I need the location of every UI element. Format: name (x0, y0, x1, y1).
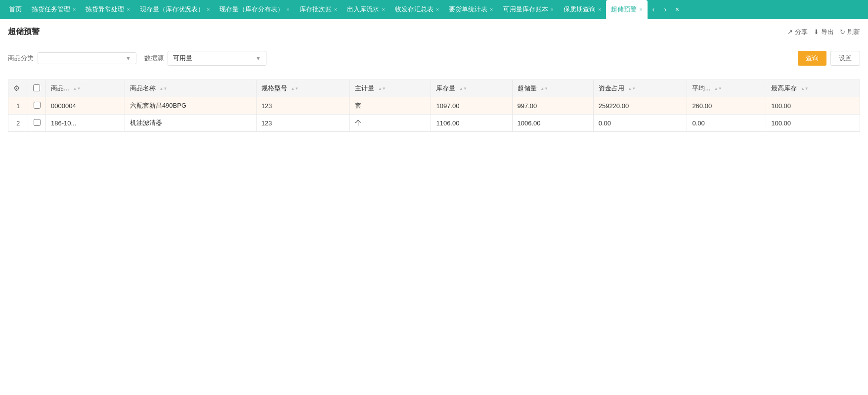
row-checkbox-0[interactable] (34, 102, 41, 109)
th-unit[interactable]: 主计量 ▲▼ (350, 80, 431, 97)
row-checkbox-cell[interactable] (28, 115, 46, 132)
th-product-code[interactable]: 商品... ▲▼ (46, 80, 125, 97)
row-capital: 259220.00 (593, 97, 687, 115)
table-row: 2 186-10... 机油滤清器 123 个 1106.00 1006.00 … (8, 115, 860, 132)
export-icon: ⬇ (814, 28, 819, 36)
data-source-value: 可用量 (173, 54, 192, 63)
share-button[interactable]: ↗ 分享 (787, 28, 808, 37)
data-source-label: 数据源 (144, 54, 164, 63)
sort-max-stock-icon: ▲▼ (801, 86, 809, 91)
table-row: 1 0000004 六配套新昌490BPG 123 套 1097.00 997.… (8, 97, 860, 115)
sort-product-code-icon: ▲▼ (73, 86, 81, 91)
page-header: 超储预警 ↗ 分享 ⬇ 导出 ↻ 刷新 (8, 27, 860, 37)
nav-close-batch-account[interactable]: × (334, 6, 337, 12)
row-product-name: 机油滤清器 (125, 115, 256, 132)
row-number: 2 (8, 115, 28, 132)
sort-stock-icon: ▲▼ (459, 86, 467, 91)
nav-close-inventory-dist[interactable]: × (286, 6, 289, 12)
nav-inventory-status[interactable]: 现存量（库存状况表） × (135, 0, 215, 19)
data-table: ⚙ 商品... ▲▼ 商品名称 ▲▼ 规格型号 ▲▼ 主计 (8, 79, 860, 132)
nav-order-stats[interactable]: 要货单统计表 × (444, 0, 498, 19)
row-overstock: 1006.00 (512, 115, 593, 132)
setting-button[interactable]: 设置 (830, 51, 860, 66)
row-spec: 123 (256, 115, 350, 132)
page-container: 超储预警 ↗ 分享 ⬇ 导出 ↻ 刷新 商品分类 ▼ 数据源 (0, 19, 868, 395)
nav-close-order-stats[interactable]: × (490, 6, 493, 12)
nav-close-expiry[interactable]: × (598, 6, 601, 12)
nav-close-inout-flow[interactable]: × (382, 6, 385, 12)
filter-actions: 查询 设置 (798, 51, 860, 66)
filter-area: 商品分类 ▼ 数据源 可用量 ▼ 查询 设置 (8, 45, 860, 72)
sort-product-name-icon: ▲▼ (160, 86, 168, 91)
data-source-select[interactable]: 可用量 ▼ (168, 51, 266, 66)
product-category-filter: 商品分类 ▼ (8, 52, 136, 64)
th-capital[interactable]: 资金占用 ▲▼ (593, 80, 687, 97)
nav-close-overstock[interactable]: × (639, 6, 642, 12)
row-stock: 1106.00 (431, 115, 512, 132)
nav-summary[interactable]: 收发存汇总表 × (390, 0, 444, 19)
select-all-checkbox[interactable] (33, 84, 40, 91)
row-spec: 123 (256, 97, 350, 115)
product-category-arrow: ▼ (126, 55, 131, 61)
sort-capital-icon: ▲▼ (628, 86, 636, 91)
row-avg: 0.00 (687, 115, 766, 132)
product-category-label: 商品分类 (8, 54, 34, 63)
row-unit: 个 (350, 115, 431, 132)
nav-close-task-mgmt[interactable]: × (73, 6, 76, 12)
nav-inout-flow[interactable]: 出入库流水 × (342, 0, 390, 19)
row-product-name: 六配套新昌490BPG (125, 97, 256, 115)
product-category-select[interactable]: ▼ (38, 52, 136, 64)
th-stock[interactable]: 库存量 ▲▼ (431, 80, 512, 97)
row-unit: 套 (350, 97, 431, 115)
th-max-stock[interactable]: 最高库存 ▲▼ (766, 80, 860, 97)
header-actions: ↗ 分享 ⬇ 导出 ↻ 刷新 (787, 28, 860, 37)
row-overstock: 997.00 (512, 97, 593, 115)
nav-close-summary[interactable]: × (436, 6, 439, 12)
row-checkbox-1[interactable] (34, 119, 41, 126)
th-gear: ⚙ (8, 80, 28, 97)
nav-home[interactable]: 首页 (4, 0, 27, 19)
row-max-stock: 100.00 (766, 115, 860, 132)
th-overstock[interactable]: 超储量 ▲▼ (512, 80, 593, 97)
nav-overstock[interactable]: 超储预警 × (606, 0, 647, 19)
nav-exception[interactable]: 拣货异常处理 × (81, 0, 134, 19)
row-number: 1 (8, 97, 28, 115)
page-title: 超储预警 (8, 27, 40, 37)
share-icon: ↗ (787, 28, 793, 36)
refresh-icon: ↻ (840, 28, 845, 36)
row-checkbox-cell[interactable] (28, 97, 46, 115)
row-stock: 1097.00 (431, 97, 512, 115)
gear-icon[interactable]: ⚙ (13, 84, 20, 92)
sort-spec-icon: ▲▼ (291, 86, 299, 91)
nav-next-arrow[interactable]: › (659, 0, 671, 19)
row-product-code: 186-10... (46, 115, 125, 132)
sort-unit-icon: ▲▼ (378, 86, 386, 91)
nav-inventory-dist[interactable]: 现存量（库存分布表） × (215, 0, 294, 19)
data-source-filter: 数据源 可用量 ▼ (144, 51, 266, 66)
top-navigation: 首页 拣货任务管理 × 拣货异常处理 × 现存量（库存状况表） × 现存量（库存… (0, 0, 868, 19)
nav-close-available-account[interactable]: × (551, 6, 554, 12)
nav-more-arrow[interactable]: × (671, 0, 683, 19)
nav-available-account[interactable]: 可用量库存账本 × (498, 0, 559, 19)
data-source-arrow: ▼ (256, 55, 261, 61)
nav-prev-arrow[interactable]: ‹ (648, 0, 659, 19)
row-product-code: 0000004 (46, 97, 125, 115)
refresh-button[interactable]: ↻ 刷新 (840, 28, 860, 37)
table-header-row: ⚙ 商品... ▲▼ 商品名称 ▲▼ 规格型号 ▲▼ 主计 (8, 80, 860, 97)
row-capital: 0.00 (593, 115, 687, 132)
nav-close-exception[interactable]: × (127, 6, 130, 12)
row-avg: 260.00 (687, 97, 766, 115)
row-max-stock: 100.00 (766, 97, 860, 115)
export-button[interactable]: ⬇ 导出 (814, 28, 834, 37)
th-spec[interactable]: 规格型号 ▲▼ (256, 80, 350, 97)
th-product-name[interactable]: 商品名称 ▲▼ (125, 80, 256, 97)
sort-avg-icon: ▲▼ (714, 86, 722, 91)
nav-expiry[interactable]: 保质期查询 × (559, 0, 606, 19)
sort-overstock-icon: ▲▼ (540, 86, 548, 91)
nav-batch-account[interactable]: 库存批次账 × (295, 0, 342, 19)
th-avg[interactable]: 平均... ▲▼ (687, 80, 766, 97)
nav-task-mgmt[interactable]: 拣货任务管理 × (27, 0, 81, 19)
th-checkbox (28, 80, 46, 97)
nav-close-inventory-status[interactable]: × (207, 6, 210, 12)
query-button[interactable]: 查询 (798, 51, 826, 66)
